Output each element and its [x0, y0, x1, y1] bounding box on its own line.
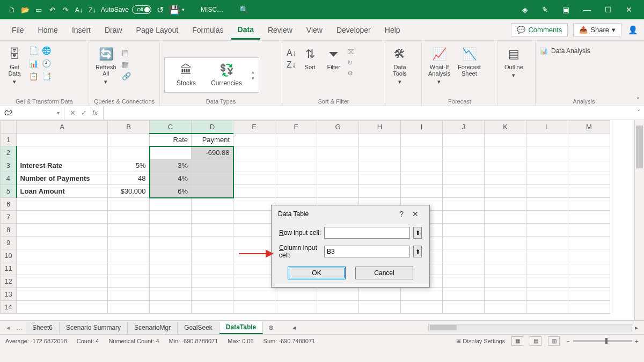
row-header[interactable]: 8: [1, 224, 17, 237]
cell-L13[interactable]: [526, 288, 568, 301]
from-table-icon[interactable]: 📊: [28, 58, 39, 69]
outline-button[interactable]: ▤Outline▾: [502, 45, 525, 80]
sort-az-icon[interactable]: A↓: [287, 48, 297, 58]
cell-M5[interactable]: [568, 185, 610, 198]
cell-J9[interactable]: [443, 237, 485, 249]
sort-desc-icon[interactable]: Z↓: [88, 5, 97, 14]
cell-D8[interactable]: [192, 224, 233, 237]
search-icon[interactable]: 🔍: [239, 5, 248, 14]
advanced-icon[interactable]: ⚙: [347, 70, 355, 77]
data-tools-button[interactable]: 🛠Data Tools▾: [390, 45, 410, 86]
cancel-button[interactable]: Cancel: [355, 267, 413, 279]
cell-G4[interactable]: [317, 172, 359, 185]
row-input-cell-field[interactable]: [324, 227, 410, 239]
cell-J11[interactable]: [443, 262, 485, 275]
cancel-formula-icon[interactable]: ✕: [70, 109, 76, 117]
cell-A3[interactable]: Interest Rate: [17, 159, 108, 172]
redo-icon[interactable]: ↷: [61, 5, 70, 14]
cell-E10[interactable]: [233, 249, 275, 262]
cell-A9[interactable]: [17, 237, 108, 249]
cell-M6[interactable]: [568, 198, 610, 211]
cell-C2[interactable]: [150, 146, 192, 159]
cell-A5[interactable]: Loan Amount: [17, 185, 108, 198]
page-layout-icon[interactable]: ▤: [530, 336, 541, 346]
column-header[interactable]: M: [568, 121, 610, 134]
cell-B3[interactable]: 5%: [108, 159, 150, 172]
horizontal-scrollbar[interactable]: [428, 324, 632, 331]
undo-icon[interactable]: ↶: [48, 5, 56, 14]
cell-B7[interactable]: [108, 211, 150, 224]
cell-I5[interactable]: [401, 185, 443, 198]
cell-L1[interactable]: [526, 134, 568, 146]
zoom-in-icon[interactable]: +: [635, 338, 639, 344]
filter-button[interactable]: ⏷Filter: [324, 45, 344, 71]
cell-G13[interactable]: [317, 288, 359, 301]
cell-C6[interactable]: [150, 198, 192, 211]
open-file-icon[interactable]: 📂: [21, 5, 30, 14]
dialog-close-icon[interactable]: ✕: [408, 210, 423, 218]
cell-G3[interactable]: [317, 159, 359, 172]
cell-C9[interactable]: [150, 237, 192, 249]
user-icon[interactable]: 👤: [627, 24, 639, 36]
cell-F14[interactable]: [275, 301, 317, 314]
cell-B5[interactable]: $30,000: [108, 185, 150, 198]
cell-L6[interactable]: [526, 198, 568, 211]
cell-B6[interactable]: [108, 198, 150, 211]
new-file-icon[interactable]: 🗋: [8, 5, 16, 14]
cell-M14[interactable]: [568, 301, 610, 314]
clear-filter-icon[interactable]: ⌧: [347, 48, 355, 56]
row-header[interactable]: 1: [1, 134, 17, 146]
cell-C11[interactable]: [150, 262, 192, 275]
cell-A2[interactable]: [17, 146, 108, 159]
enter-formula-icon[interactable]: ✓: [81, 109, 87, 117]
cell-L8[interactable]: [526, 224, 568, 237]
column-header[interactable]: C: [150, 121, 192, 134]
column-input-cell-field[interactable]: [324, 246, 410, 257]
cell-K12[interactable]: [485, 275, 526, 288]
row-header[interactable]: 12: [1, 275, 17, 288]
sheet-tab[interactable]: GoalSeek: [178, 322, 219, 334]
reapply-icon[interactable]: ↻: [347, 59, 355, 67]
cell-M8[interactable]: [568, 224, 610, 237]
sheet-tab[interactable]: Scenario Summary: [60, 322, 128, 334]
cell-L3[interactable]: [526, 159, 568, 172]
column-header[interactable]: A: [17, 121, 108, 134]
row-header[interactable]: 5: [1, 185, 17, 198]
row-header[interactable]: 11: [1, 262, 17, 275]
tab-help[interactable]: Help: [378, 21, 407, 39]
history-icon[interactable]: ↺: [157, 5, 164, 15]
cell-J8[interactable]: [443, 224, 485, 237]
zoom-slider[interactable]: − +: [566, 338, 639, 344]
column-header[interactable]: H: [359, 121, 401, 134]
cell-J10[interactable]: [443, 249, 485, 262]
cell-J12[interactable]: [443, 275, 485, 288]
cell-B11[interactable]: [108, 262, 150, 275]
column-header[interactable]: J: [443, 121, 485, 134]
cell-E2[interactable]: [233, 146, 275, 159]
cell-K13[interactable]: [485, 288, 526, 301]
from-web-icon[interactable]: 🌐: [41, 45, 52, 56]
cell-A12[interactable]: [17, 275, 108, 288]
currencies-button[interactable]: 💱Currencies: [203, 61, 250, 89]
tab-developer[interactable]: Developer: [330, 21, 377, 39]
cell-I4[interactable]: [401, 172, 443, 185]
links-icon[interactable]: 🔗: [122, 72, 131, 80]
cell-C10[interactable]: [150, 249, 192, 262]
cell-A8[interactable]: [17, 224, 108, 237]
row-header[interactable]: 2: [1, 146, 17, 159]
maximize-icon[interactable]: ☐: [605, 5, 612, 14]
save-icon[interactable]: ▭: [34, 5, 43, 14]
column-header[interactable]: G: [317, 121, 359, 134]
cell-C4[interactable]: 4%: [150, 172, 192, 185]
cell-M4[interactable]: [568, 172, 610, 185]
row-header[interactable]: 9: [1, 237, 17, 249]
cell-A10[interactable]: [17, 249, 108, 262]
minimize-icon[interactable]: ―: [583, 5, 591, 14]
cell-C12[interactable]: [150, 275, 192, 288]
cell-A13[interactable]: [17, 288, 108, 301]
hscroll-right[interactable]: ▸: [632, 324, 641, 331]
cell-K11[interactable]: [485, 262, 526, 275]
cell-J7[interactable]: [443, 211, 485, 224]
row-header[interactable]: 4: [1, 172, 17, 185]
comments-button[interactable]: 💬 Comments: [511, 23, 568, 36]
